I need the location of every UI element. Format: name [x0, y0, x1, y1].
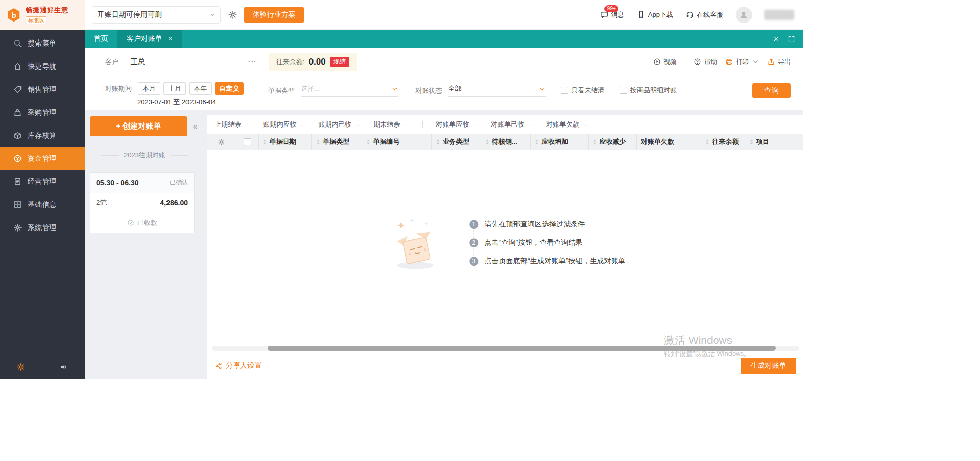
divider — [422, 121, 423, 128]
period-last-month-button[interactable]: 上月 — [163, 82, 186, 95]
chevron-down-icon — [391, 86, 398, 92]
checkbox-icon — [620, 87, 627, 94]
query-button[interactable]: 查询 — [752, 83, 791, 98]
sidebar-item-quick-nav[interactable]: 快捷导航 — [0, 55, 85, 78]
column-header-doc-date[interactable]: 单据日期 — [259, 134, 312, 150]
collapse-panel-icon[interactable] — [191, 119, 200, 134]
sidebar-settings-icon[interactable] — [16, 363, 25, 371]
video-button[interactable]: 视频 — [653, 57, 677, 67]
online-service-button[interactable]: 在线客服 — [685, 10, 723, 19]
sidebar-item-search-menu[interactable]: 搜索菜单 — [0, 32, 85, 55]
help-button[interactable]: 帮助 — [694, 57, 717, 67]
settings-gear-icon[interactable] — [228, 10, 237, 19]
generate-statement-button[interactable]: 生成对账单 — [741, 358, 796, 374]
column-settings-button[interactable] — [207, 134, 236, 150]
announcement-icon[interactable] — [59, 363, 68, 371]
status-filter-group: 对账状态 全部 — [415, 84, 546, 97]
customer-value[interactable]: 王总 — [131, 57, 145, 67]
period-custom-button[interactable]: 自定义 — [215, 82, 244, 95]
more-options-icon[interactable] — [247, 57, 257, 67]
card-status: 已确认 — [170, 178, 188, 187]
share-settings-button[interactable]: 分享人设置 — [215, 361, 262, 370]
chevron-down-icon — [539, 86, 546, 92]
summary-item: 对账单已收-- — [491, 120, 533, 129]
sidebar-item-sales[interactable]: 销售管理 — [0, 78, 85, 101]
play-circle-icon — [653, 58, 661, 66]
sort-icon — [366, 139, 370, 145]
period-this-year-button[interactable]: 本年 — [189, 82, 212, 95]
account-set-dropdown[interactable]: 开账日期可停用可删 — [92, 6, 221, 24]
tab-customer-statement[interactable]: 客户对账单 — [117, 30, 182, 48]
statement-period-card[interactable]: 05.30 - 06.30 已确认 2笔 4,286.00 已收款 — [90, 172, 195, 233]
period-this-month-button[interactable]: 本月 — [138, 82, 160, 95]
status-label: 对账状态 — [415, 86, 442, 95]
doc-type-dropdown[interactable]: 选择... — [301, 84, 398, 97]
search-icon — [13, 39, 22, 48]
gear-icon — [218, 138, 225, 146]
sidebar-item-purchase[interactable]: 采购管理 — [0, 101, 85, 124]
user-avatar[interactable] — [736, 7, 752, 23]
scrollbar-thumb[interactable] — [268, 346, 776, 351]
step-2: 2 点击“查询”按钮，查看查询结果 — [469, 238, 625, 247]
empty-state-steps: 1 请先在顶部查询区选择过滤条件 2 点击“查询”按钮，查看查询结果 3 点击页… — [469, 220, 625, 266]
filter-bar: 对账期间 本月 上月 本年 自定义 2023-07-01 至 2023-06-0… — [85, 76, 803, 110]
checkbox-icon — [244, 138, 251, 145]
sidebar-item-operations[interactable]: 经营管理 — [0, 170, 85, 193]
column-header-doc-type[interactable]: 单据类型 — [312, 134, 362, 150]
summary-item: 账期内已收-- — [318, 120, 360, 129]
step-1: 1 请先在顶部查询区选择过滤条件 — [469, 220, 625, 229]
tab-close-icon[interactable] — [168, 36, 173, 41]
summary-item: 对账单应收-- — [436, 120, 478, 129]
column-header-business-type[interactable]: 业务类型 — [432, 134, 481, 150]
tab-home[interactable]: 首页 — [85, 30, 117, 48]
create-statement-button[interactable]: + 创建对账单 — [90, 116, 187, 136]
grid-icon — [13, 200, 22, 209]
unsettled-only-checkbox[interactable]: 只看未结清 — [561, 86, 604, 95]
table-body: 1 请先在顶部查询区选择过滤条件 2 点击“查询”按钮，查看查询结果 3 点击页… — [207, 150, 803, 345]
sort-icon — [749, 139, 754, 145]
doc-type-label: 单据类型 — [268, 86, 295, 95]
person-icon — [739, 10, 749, 20]
by-product-detail-checkbox[interactable]: 按商品明细对账 — [620, 86, 677, 95]
svg-text:b: b — [11, 10, 16, 19]
app-logo: b 畅捷通好生意 标准版 — [0, 0, 85, 30]
column-header-receivable-increase[interactable]: 应收增加 — [531, 134, 589, 150]
date-range-value[interactable]: 2023-07-01 至 2023-06-04 — [137, 98, 265, 107]
app-download-button[interactable]: App下载 — [637, 10, 673, 19]
sidebar-item-inventory[interactable]: 库存核算 — [0, 124, 85, 147]
sort-icon — [593, 139, 597, 145]
sidebar-item-funds[interactable]: 资金管理 — [0, 147, 85, 170]
column-header-receivable-decrease[interactable]: 应收减少 — [589, 134, 637, 150]
customer-toolbar: 客户 王总 往来余额: 0.00 现结 视频 帮助 — [85, 48, 803, 76]
industry-solution-button[interactable]: 体验行业方案 — [244, 7, 304, 23]
coin-icon — [13, 154, 22, 163]
close-window-icon[interactable] — [773, 35, 780, 43]
column-header-doc-number[interactable]: 单据编号 — [362, 134, 432, 150]
print-button[interactable]: 打印 — [725, 57, 759, 67]
messages-button[interactable]: 99+ 消息 — [600, 10, 624, 19]
query-panel: 客户 王总 往来余额: 0.00 现结 视频 帮助 — [85, 48, 803, 110]
divider — [685, 58, 685, 66]
main-content: 客户 王总 往来余额: 0.00 现结 视频 帮助 — [85, 48, 803, 379]
export-button[interactable]: 导出 — [767, 57, 791, 67]
sidebar: 搜索菜单 快捷导航 销售管理 采购管理 库存核算 资金管理 经营管理 基础信息 — [0, 30, 85, 379]
tab-actions — [773, 30, 803, 48]
status-dropdown[interactable]: 全部 — [448, 84, 546, 97]
checkbox-icon — [561, 87, 568, 94]
sidebar-item-basic-info[interactable]: 基础信息 — [0, 193, 85, 216]
sidebar-item-system[interactable]: 系统管理 — [0, 216, 85, 239]
summary-item: 对账单欠款-- — [546, 120, 588, 129]
column-header-statement-debt[interactable]: 对账单欠款 — [637, 134, 701, 150]
column-header-pending[interactable]: 待核销... — [481, 134, 531, 150]
column-header-balance[interactable]: 往来余额 — [701, 134, 745, 150]
gear-icon — [13, 223, 22, 232]
column-header-project[interactable]: 项目 — [745, 134, 803, 150]
fullscreen-icon[interactable] — [788, 35, 795, 43]
chevron-down-icon — [209, 12, 215, 18]
settle-status-badge: 现结 — [330, 57, 349, 67]
card-period: 05.30 - 06.30 — [96, 179, 139, 187]
balance-box: 往来余额: 0.00 现结 — [269, 53, 357, 71]
summary-bar: 上期结余-- 账期内应收-- 账期内已收-- 期末结余-- 对账单应收-- 对账… — [207, 115, 803, 134]
customer-label: 客户 — [105, 57, 118, 67]
select-all-checkbox[interactable] — [236, 134, 259, 150]
